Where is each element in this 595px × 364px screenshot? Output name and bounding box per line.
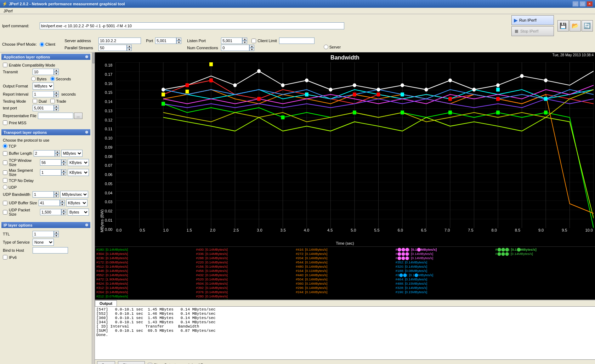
client-limit-option[interactable]: Client Limit — [251, 39, 277, 43]
tos-select[interactable]: None — [33, 239, 54, 246]
clear-on-run-checkbox[interactable] — [148, 363, 152, 364]
clear-on-run-option[interactable]: Clear Output on each Iperf Run — [148, 363, 208, 364]
command-input[interactable] — [40, 22, 344, 29]
server-mode-option[interactable]: Server — [324, 45, 341, 49]
udppkt-spin-down[interactable]: ▼ — [61, 212, 66, 215]
dual-option[interactable]: Dual — [33, 99, 47, 103]
test-port-input[interactable] — [33, 105, 54, 111]
num-connections-input[interactable] — [221, 45, 249, 51]
maximize-btn[interactable]: □ — [579, 1, 586, 7]
transmit-spin-up[interactable]: ▲ — [54, 69, 59, 72]
svg-rect-52 — [377, 92, 380, 96]
close-btn[interactable]: ✕ — [586, 1, 593, 7]
udp-packet-input[interactable] — [40, 209, 61, 215]
listen-port-input[interactable] — [221, 38, 242, 44]
port-input[interactable] — [155, 38, 176, 44]
udp-bandwidth-unit-select[interactable]: MBytes/sec KBytes/sec — [60, 191, 88, 198]
parallel-spin-up[interactable]: ▲ — [127, 45, 132, 48]
refresh-icon-btn[interactable]: 🔄 — [582, 20, 593, 32]
listen-spin-down[interactable]: ▼ — [242, 41, 247, 44]
max-seg-unit-select[interactable]: KBytes MBytes — [68, 169, 89, 176]
udp-bandwidth-input[interactable] — [33, 191, 54, 198]
svg-rect-60 — [496, 88, 500, 92]
clear-now-btn[interactable]: Clear now — [118, 361, 145, 364]
numconn-spin-up[interactable]: ▲ — [249, 45, 254, 48]
ip-layer-header[interactable]: IP layer options ⊗ — [1, 222, 90, 228]
parallel-spin-down[interactable]: ▼ — [127, 48, 132, 51]
tcpwin-spin-down[interactable]: ▼ — [61, 163, 66, 166]
bytes-option[interactable]: Bytes — [31, 76, 47, 81]
transmit-spin-down[interactable]: ▼ — [54, 72, 59, 75]
output-format-select[interactable]: MBytes KBytes GBytes — [33, 83, 54, 90]
ipv6-option[interactable]: IPv6 — [3, 255, 89, 260]
client-limit-input[interactable] — [279, 38, 314, 44]
buffer-unit-select[interactable]: MBytes KBytes — [61, 150, 83, 157]
trade-option[interactable]: Trade — [50, 99, 66, 103]
tcp-window-unit-select[interactable]: KBytes MBytes — [68, 159, 89, 166]
transport-layer-header[interactable]: Transport layer options ⊗ — [1, 129, 90, 135]
udp-buffer-option[interactable]: UDP Buffer Size — [3, 201, 37, 205]
maxseg-spin-down[interactable]: ▼ — [61, 172, 66, 176]
udp-buffer-input[interactable] — [39, 200, 60, 206]
buffer-spin-up[interactable]: ▲ — [55, 150, 60, 153]
udpbw-spin-down[interactable]: ▼ — [54, 194, 59, 198]
save-icon-btn[interactable]: 💾 — [557, 20, 569, 32]
test-port-spin-up[interactable]: ▲ — [54, 105, 59, 108]
udp-buffer-unit-select[interactable]: KBytes MBytes — [66, 199, 87, 206]
ttl-spin-down[interactable]: ▼ — [54, 234, 59, 237]
enable-compat-option[interactable]: Enable Compatibility Mode — [3, 63, 89, 67]
title-bar: ⚡ JPerf 2.0.2 - Network performance meas… — [0, 0, 595, 8]
app-layer-header[interactable]: Application layer options ⊗ — [1, 54, 90, 60]
tcp-option[interactable]: TCP — [3, 144, 89, 148]
transmit-input[interactable] — [33, 69, 54, 75]
rep-file-input[interactable] — [38, 113, 73, 119]
udpbuf-spin-up[interactable]: ▲ — [60, 200, 65, 203]
udpbuf-spin-down[interactable]: ▼ — [60, 203, 65, 206]
save-output-btn[interactable]: Save — [97, 361, 115, 364]
tcp-window-input[interactable] — [40, 159, 61, 166]
transport-layer-collapse-icon[interactable]: ⊗ — [85, 130, 88, 135]
menu-jperf[interactable]: JPerf — [1, 8, 15, 13]
ttl-input[interactable] — [33, 231, 54, 237]
stop-iperf-btn[interactable]: ⏹ Stop IPerf! — [511, 26, 554, 36]
buffer-spin-down[interactable]: ▼ — [55, 153, 60, 157]
test-port-spin-down[interactable]: ▼ — [54, 108, 59, 111]
port-spin-up[interactable]: ▲ — [176, 38, 181, 41]
browse-btn[interactable]: ... — [74, 113, 83, 119]
tcp-nodelay-option[interactable]: TCP No Delay — [3, 178, 89, 183]
udpbw-spin-up[interactable]: ▲ — [54, 191, 59, 194]
report-spin-down[interactable]: ▼ — [54, 94, 59, 97]
tcp-window-option[interactable]: TCP Window Size — [3, 158, 39, 167]
svg-point-29 — [305, 78, 308, 82]
minimize-btn[interactable]: ─ — [572, 1, 579, 7]
udp-packet-unit-select[interactable]: Bytes KBytes — [68, 209, 89, 216]
scrollbar-thumb[interactable] — [92, 53, 95, 63]
client-mode-option[interactable]: Client — [40, 42, 55, 47]
ttl-spin-up[interactable]: ▲ — [54, 231, 59, 234]
udppkt-spin-up[interactable]: ▲ — [61, 209, 66, 212]
port-spin-down[interactable]: ▼ — [176, 41, 181, 44]
server-address-input[interactable] — [98, 38, 141, 44]
max-seg-input[interactable] — [40, 169, 61, 176]
output-tab[interactable]: Output — [95, 300, 117, 306]
run-iperf-btn[interactable]: ▶ Run IPerf! — [511, 15, 554, 25]
buffer-length-option[interactable]: Buffer Length — [3, 151, 32, 156]
listen-spin-up[interactable]: ▲ — [242, 38, 247, 41]
print-mss-option[interactable]: Print MSS — [3, 120, 89, 125]
open-icon-btn[interactable]: 📂 — [570, 20, 581, 32]
numconn-spin-down[interactable]: ▼ — [249, 48, 254, 51]
ip-layer-collapse-icon[interactable]: ⊗ — [85, 223, 88, 227]
app-layer-collapse-icon[interactable]: ⊗ — [85, 55, 88, 59]
seconds-option[interactable]: Seconds — [50, 76, 71, 81]
udp-option[interactable]: UDP — [3, 185, 89, 189]
output-content[interactable]: [547] 0.0-10.1 sec 1.45 MBytes 0.14 MByt… — [95, 307, 595, 359]
tcpwin-spin-up[interactable]: ▲ — [61, 159, 66, 163]
bind-host-input[interactable] — [33, 247, 68, 254]
maxseg-spin-up[interactable]: ▲ — [61, 169, 66, 172]
report-interval-input[interactable] — [33, 91, 54, 97]
parallel-streams-input[interactable] — [98, 45, 127, 51]
udp-packet-option[interactable]: UDP Packet Size — [3, 208, 39, 216]
report-spin-up[interactable]: ▲ — [54, 91, 59, 94]
buffer-length-input[interactable] — [34, 150, 55, 157]
max-seg-option[interactable]: Max Segment Size — [3, 168, 39, 177]
